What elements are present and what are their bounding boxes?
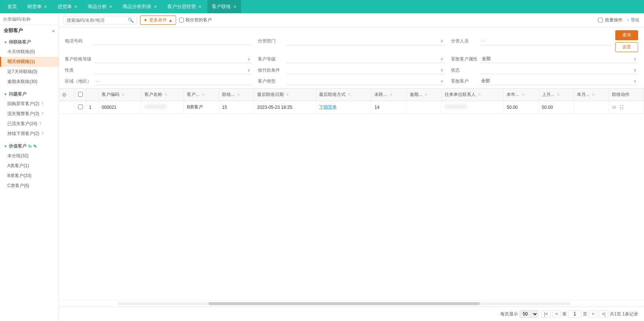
sidebar-item-repurchase-abnormal[interactable]: 回购异常客户(2) ?: [0, 99, 59, 109]
sidebar-item-churned[interactable]: 已流失客户(24) ?: [0, 119, 59, 129]
triangle-icon: ▼: [4, 144, 7, 148]
sort-icon[interactable]: ⇅: [424, 93, 427, 97]
my-customers-input[interactable]: [179, 18, 184, 23]
edit-icon[interactable]: ✎: [33, 144, 37, 149]
td-contact: 15: [219, 101, 254, 114]
filter-payment-select[interactable]: ∨: [287, 66, 445, 74]
next-page-button[interactable]: >: [589, 310, 597, 318]
close-icon[interactable]: ✕: [233, 4, 237, 9]
help-icon: ?: [41, 101, 43, 106]
sidebar-item-7days-pending[interactable]: 近7天待联络(0): [0, 67, 59, 77]
first-page-button[interactable]: |<: [541, 310, 551, 318]
filter-person-dots[interactable]: ···: [481, 38, 485, 44]
filter-region-dots[interactable]: ···: [96, 79, 99, 84]
set-button[interactable]: 设置: [615, 42, 638, 52]
filter-nature-select[interactable]: ∨: [94, 66, 252, 74]
nav-product-analysis-list[interactable]: 商品分析列表 ✕: [118, 0, 161, 13]
filter-status-row: 状态 ∨: [451, 66, 638, 74]
sort-icon[interactable]: ⇅: [202, 93, 205, 97]
last-page-button[interactable]: >|: [599, 310, 608, 318]
page-number-input[interactable]: [568, 310, 581, 318]
sort-icon[interactable]: ⇅: [237, 93, 240, 97]
row-checkbox[interactable]: [78, 104, 83, 109]
sidebar-item-class-c[interactable]: C类客户(6): [0, 181, 59, 191]
per-page-selector: 每页显示 10 20 50 100: [500, 310, 538, 318]
my-customers-checkbox[interactable]: 我分管的客户: [179, 17, 212, 23]
td-last-contact-method[interactable]: 下销货单: [316, 101, 371, 114]
sort-icon[interactable]: ⇅: [557, 93, 560, 97]
filter-cust-price-label: 客户价格等级: [65, 56, 91, 62]
select-all-checkbox[interactable]: [78, 92, 83, 97]
filter-retail-cust-select[interactable]: 全部 ∨: [480, 77, 638, 85]
nav-home[interactable]: 首页: [3, 0, 21, 13]
filter-cust-type-select[interactable]: ∨: [287, 77, 445, 85]
sort-icon[interactable]: ⇅: [522, 93, 525, 97]
batch-op-checkbox[interactable]: [598, 18, 603, 23]
help-icon: ?: [41, 111, 43, 116]
export-button[interactable]: ↑ 导出: [627, 17, 640, 23]
filter-phone-input[interactable]: [94, 38, 252, 45]
scrollbar-thumb[interactable]: [209, 302, 480, 305]
sidebar-item-class-b[interactable]: B类客户(33): [0, 171, 59, 181]
td-this-year: 50.00: [504, 101, 539, 114]
filter-cust-price-row: 客户价格等级 ∨: [65, 55, 252, 63]
sidebar-item-overdue-pending[interactable]: 逾期未联络(30): [0, 77, 59, 87]
sort-icon[interactable]: ⇅: [389, 93, 392, 97]
sort-icon[interactable]: ⇅: [592, 93, 595, 97]
sidebar-item-churn-warning[interactable]: 流失预警客户(3) ?: [0, 109, 59, 119]
td-last-month: 50.00: [539, 101, 574, 114]
sort-icon[interactable]: ⇅: [286, 93, 289, 97]
nav-product-analysis[interactable]: 商品分析 ✕: [83, 0, 117, 13]
search-button[interactable]: 🔍: [128, 17, 134, 23]
td-code: 000021: [99, 101, 141, 114]
refresh-icon[interactable]: ↻: [28, 144, 32, 149]
blurred-name: [144, 104, 167, 109]
nav-customer-contacts[interactable]: 客户联络 ✕: [207, 0, 241, 13]
close-icon[interactable]: ✕: [198, 4, 202, 9]
close-icon[interactable]: ✕: [154, 4, 157, 9]
action-icons: ✉ ☷: [612, 104, 641, 110]
search-input[interactable]: [67, 18, 126, 23]
sidebar-group-pending: ▼ 待联络客户: [0, 38, 59, 47]
filter-person-row: 分管人员 ··· 查询 设置: [451, 30, 638, 52]
content-area: 🔍 ▼ 更多条件 ▲ 我分管的客户 批量操作 ↑ 导出: [59, 13, 644, 321]
main-toolbar: 🔍 ▼ 更多条件 ▲ 我分管的客户 批量操作 ↑ 导出: [59, 13, 644, 27]
help-icon: ?: [41, 131, 43, 136]
close-icon[interactable]: ✕: [44, 4, 47, 9]
settings-icon[interactable]: ⚙: [62, 92, 67, 98]
nav-sales[interactable]: 销货单 ✕: [23, 0, 52, 13]
nav-customer-segmentation[interactable]: 客户分层经营 ✕: [163, 0, 206, 13]
filter-retail-attr-select[interactable]: 全部 ∨: [480, 55, 638, 63]
th-contact: 联络... ⇅: [219, 89, 254, 101]
filter-dept-select[interactable]: ∨: [287, 37, 445, 45]
sidebar-all-customers[interactable]: 全部客户 «: [0, 25, 59, 36]
data-table: ⚙ 客户编码 ⇅ 客户名称 ⇅: [59, 89, 644, 114]
sidebar-search-input[interactable]: [3, 17, 58, 22]
filter-cust-price-select[interactable]: ∨: [94, 55, 252, 63]
grid-icon[interactable]: ☷: [619, 104, 624, 110]
query-button[interactable]: 查询: [615, 30, 638, 40]
nav-purchase[interactable]: 进货单 ✕: [53, 0, 82, 13]
close-icon[interactable]: ✕: [74, 4, 77, 9]
page-label: 第: [562, 311, 567, 317]
per-page-select[interactable]: 10 20 50 100: [519, 310, 538, 318]
more-filter-button[interactable]: ▼ 更多条件 ▲: [140, 15, 176, 25]
sort-icon[interactable]: ⇅: [164, 93, 167, 97]
filter-status-select[interactable]: ∨: [480, 66, 638, 74]
contact-method-link[interactable]: 下销货单: [319, 104, 337, 110]
scrollbar-track[interactable]: [118, 302, 570, 305]
sort-icon[interactable]: ⇅: [478, 93, 481, 97]
data-table-wrapper: ⚙ 客户编码 ⇅ 客户名称 ⇅: [59, 89, 644, 300]
sidebar-item-class-a[interactable]: A类客户(1): [0, 161, 59, 171]
sidebar-item-tomorrow-pending[interactable]: 明天待联络(1): [0, 57, 59, 67]
sidebar-item-declining[interactable]: 持续下滑客户(2) ?: [0, 129, 59, 139]
filter-cust-grade-select[interactable]: ∨: [287, 55, 445, 63]
prev-page-button[interactable]: <: [552, 310, 561, 318]
sidebar-item-ungrouped[interactable]: 未分组(32): [0, 151, 59, 161]
sort-icon[interactable]: ⇅: [122, 93, 125, 97]
sidebar-item-today-pending[interactable]: 今天待联络(0): [0, 47, 59, 57]
sort-icon[interactable]: ⇅: [348, 93, 351, 97]
phone-icon[interactable]: ✉: [612, 104, 616, 110]
close-icon[interactable]: ✕: [109, 4, 112, 9]
batch-operation-button[interactable]: 批量操作: [598, 17, 623, 23]
